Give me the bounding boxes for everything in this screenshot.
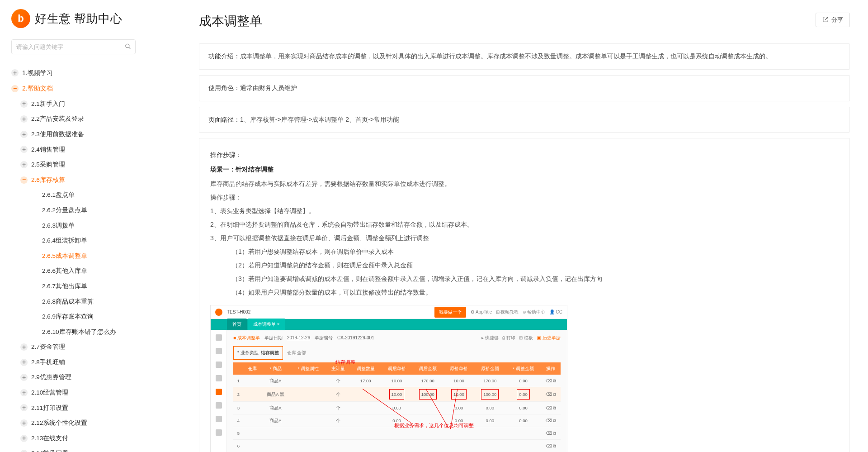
info-role-text: 通常由财务人员维护 (240, 84, 297, 91)
info-role-label: 使用角色： (208, 84, 240, 91)
nav-item[interactable]: 2.6.4组装拆卸单 (11, 233, 136, 248)
ss-red-label-1: 结存调整 (335, 357, 355, 367)
nav-item[interactable]: 2.6.10库存账本错了怎么办 (11, 324, 136, 340)
nav-label: 2.7资金管理 (31, 342, 65, 352)
ss-topicon: ⚙ AppTitle ⊞ 视频教程 ⊕ 帮助中心 👤 CC (471, 308, 562, 317)
ss-annotation: 根据业务需求，这几个位总均可调整 (394, 420, 474, 430)
nav-label: 2.4销售管理 (31, 145, 65, 155)
expand-icon: + (20, 131, 28, 138)
nav-item[interactable]: −2.6库存核算 (11, 172, 136, 188)
nav-item[interactable]: +2.14常见问题 (11, 446, 136, 452)
sub1: （1）若用户想要调整结存成本，则在调后单价中录入成本 (232, 245, 839, 258)
nav-item[interactable]: 2.6.7其他出库单 (11, 279, 136, 294)
nav-item[interactable]: +2.2产品安装及登录 (11, 111, 136, 127)
ss-code-label: 单据编号 (315, 333, 333, 343)
collapse-icon: − (20, 176, 28, 184)
nav-item[interactable]: +1.视频学习 (11, 65, 136, 81)
nav-label: 2.6.5成本调整单 (42, 251, 87, 261)
nav-label: 2.13在线支付 (31, 433, 68, 443)
ss-code-val: CA-20191229-001 (337, 333, 374, 343)
nav-label: 2.6.8商品成本重算 (42, 297, 94, 307)
ss-tab-home: 首页 (227, 319, 247, 330)
info-role: 使用角色：通常由财务人员维护 (199, 75, 850, 101)
nav-item[interactable]: 2.6.5成本调整单 (11, 248, 136, 264)
brand-row: b 好生意 帮助中心 (11, 9, 136, 28)
ss-tab-active: 成本调整单 × (248, 319, 285, 330)
nav-label: 2.12系统个性化设置 (31, 418, 87, 428)
nav-item[interactable]: 2.6.3调拨单 (11, 218, 136, 233)
nav-tree: +1.视频学习−2.帮助文档+2.1新手入门+2.2产品安装及登录+2.3使用前… (11, 65, 136, 452)
nav-label: 2.6.4组装拆卸单 (42, 236, 87, 246)
nav-item[interactable]: +2.8手机旺铺 (11, 355, 136, 370)
expand-icon: + (20, 161, 28, 168)
info-path-label: 页面路径： (208, 116, 240, 123)
nav-item[interactable]: +2.9优惠券管理 (11, 370, 136, 385)
expand-icon: + (20, 343, 28, 351)
nav-label: 2.3使用前数据准备 (31, 129, 84, 139)
sub2: （2）若用户知道调整总的结存金额，则在调后金额中录入总金额 (232, 259, 839, 271)
expand-icon: + (20, 100, 28, 108)
nav-item[interactable]: +2.4销售管理 (11, 142, 136, 157)
search-wrap (11, 39, 136, 54)
nav-item[interactable]: 2.6.9库存账本查询 (11, 309, 136, 324)
scene1-desc: 库存商品的结存成本与实际成本有差异，需要根据结存数量和实际单位成本进行调整。 (210, 177, 839, 190)
expand-icon: + (20, 115, 28, 123)
nav-item[interactable]: −2.帮助文档 (11, 81, 136, 96)
nav-label: 1.视频学习 (22, 68, 53, 78)
nav-item[interactable]: 2.6.8商品成本重算 (11, 294, 136, 309)
expand-icon: + (11, 69, 19, 76)
step1: 1、表头业务类型选择【结存调整】。 (210, 205, 839, 217)
nav-label: 2.6库存核算 (31, 175, 65, 185)
expand-icon: + (20, 419, 28, 427)
embedded-screenshot: TEST-H002 我要做一个 ⚙ AppTitle ⊞ 视频教程 ⊕ 帮助中心… (210, 305, 567, 452)
sub3: （3）若用户知道要调增或调减的成本差值，则在调整金额中录入差值，调增录入正值，记… (232, 272, 839, 285)
nav-item[interactable]: 2.6.1盘点单 (11, 187, 136, 203)
nav-label: 2.6.2分量盘点单 (42, 205, 87, 215)
nav-item[interactable]: 2.6.2分量盘点单 (11, 203, 136, 218)
nav-label: 2.8手机旺铺 (31, 357, 65, 367)
nav-label: 2.9优惠券管理 (31, 372, 71, 382)
expand-icon: + (20, 435, 28, 442)
main-content: 成本调整单 分享 功能介绍：成本调整单，用来实现对商品结存成本的调整，以及针对具… (145, 0, 868, 452)
ss-table: 仓库* 商品* 调整属性主计量调整数量调后单价调后金额原价单价原价金额* 调整金… (233, 362, 561, 452)
nav-label: 2.11打印设置 (31, 403, 68, 413)
ss-date-label: 单据日期 (264, 333, 283, 343)
nav-item[interactable]: +2.3使用前数据准备 (11, 127, 136, 142)
nav-label: 2.6.7其他出库单 (42, 281, 87, 291)
search-input[interactable] (11, 39, 136, 54)
nav-label: 2.2产品安装及登录 (31, 114, 84, 124)
expand-icon: + (20, 374, 28, 381)
nav-item[interactable]: +2.13在线支付 (11, 431, 136, 446)
nav-item[interactable]: +2.7资金管理 (11, 339, 136, 355)
nav-item[interactable]: 2.6.6其他入库单 (11, 263, 136, 279)
info-path: 页面路径：1、库存核算->库存管理->成本调整单 2、首页->常用功能 (199, 107, 850, 133)
nav-label: 2.6.3调拨单 (42, 221, 75, 231)
ss-date-val: 2019-12-26 (287, 333, 310, 343)
content-box: 操作步骤： 场景一：针对结存调整 库存商品的结存成本与实际成本有差异，需要根据结… (199, 138, 850, 452)
brand-title: 好生意 帮助中心 (35, 11, 122, 27)
nav-item[interactable]: +2.5采购管理 (11, 157, 136, 172)
logo-icon: b (11, 9, 30, 28)
svg-point-0 (126, 44, 129, 48)
share-label: 分享 (831, 16, 843, 24)
ss-toolbar: ▸ 快捷键 ⎙ 打印 ⊞ 模板 ▣ 历史单据 (481, 333, 561, 343)
nav-item[interactable]: +2.10经营管理 (11, 385, 136, 400)
ss-primary-btn: 我要做一个 (434, 307, 466, 318)
ss-sidebar (211, 330, 227, 452)
sub4: （4）如果用户只调整部分数量的成本，可以直接修改带出的结存数量。 (232, 286, 839, 299)
scene1-steps-label: 操作步骤： (210, 191, 839, 204)
nav-item[interactable]: +2.11打印设置 (11, 400, 136, 416)
nav-label: 2.14常见问题 (31, 448, 68, 452)
ops-title: 操作步骤： (210, 148, 839, 161)
svg-line-1 (129, 47, 131, 49)
info-intro-label: 功能介绍： (208, 52, 240, 60)
nav-item[interactable]: +2.1新手入门 (11, 96, 136, 112)
expand-icon: + (20, 450, 28, 452)
page-title: 成本调整单 (199, 13, 262, 30)
search-icon[interactable] (125, 43, 131, 51)
ss-logo-icon (215, 309, 222, 316)
title-row: 成本调整单 分享 (199, 13, 850, 30)
share-icon (822, 16, 829, 24)
share-button[interactable]: 分享 (816, 13, 850, 27)
nav-item[interactable]: +2.12系统个性化设置 (11, 415, 136, 431)
